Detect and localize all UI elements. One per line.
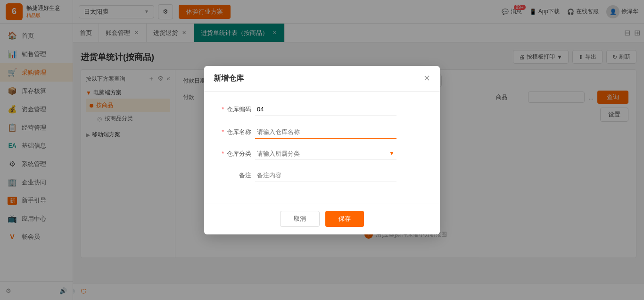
category-input[interactable] <box>257 150 389 157</box>
modal-body: * 仓库编码 * 仓库名称 * 仓库分类 ▼ <box>204 92 440 203</box>
category-select-wrapper: ▼ <box>255 148 396 159</box>
note-input[interactable] <box>255 169 396 182</box>
modal-close-button[interactable]: ✕ <box>423 74 430 83</box>
note-label: 备注 <box>214 171 251 180</box>
modal-header: 新增仓库 ✕ <box>204 66 440 92</box>
name-label: * 仓库名称 <box>214 128 251 136</box>
form-row-note: 备注 <box>214 169 430 182</box>
save-button[interactable]: 保存 <box>325 211 364 227</box>
modal-footer: 取消 保存 <box>204 203 440 234</box>
cancel-button[interactable]: 取消 <box>280 211 320 227</box>
form-row-name: * 仓库名称 <box>214 125 430 139</box>
modal-overlay: 新增仓库 ✕ * 仓库编码 * 仓库名称 * 仓库分 <box>0 0 644 300</box>
code-label: * 仓库编码 <box>214 105 251 114</box>
form-row-category: * 仓库分类 ▼ <box>214 148 430 159</box>
new-warehouse-modal: 新增仓库 ✕ * 仓库编码 * 仓库名称 * 仓库分 <box>204 66 440 234</box>
name-input[interactable] <box>255 125 396 139</box>
code-input[interactable] <box>255 103 396 116</box>
form-row-code: * 仓库编码 <box>214 103 430 116</box>
chevron-down-icon: ▼ <box>389 150 395 157</box>
category-label: * 仓库分类 <box>214 150 251 158</box>
modal-title: 新增仓库 <box>214 74 244 83</box>
